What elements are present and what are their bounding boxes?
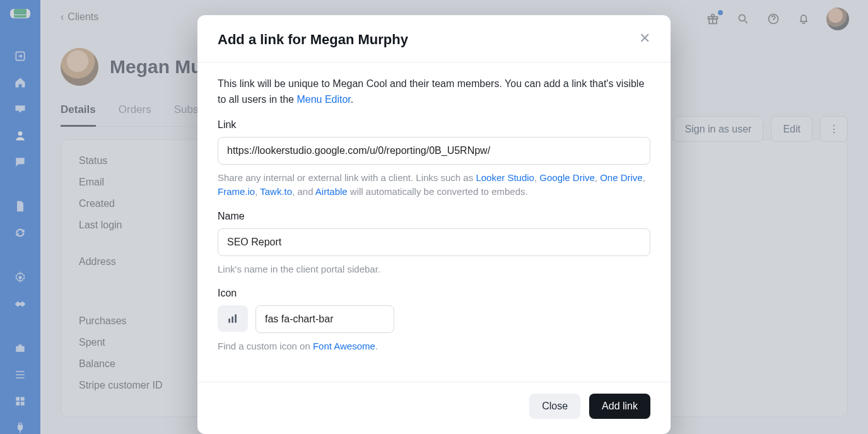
airtable-link[interactable]: Airtable xyxy=(315,186,348,197)
link-hint: Share any internal or external link with… xyxy=(218,171,650,199)
google-drive-link[interactable]: Google Drive xyxy=(539,172,595,183)
svg-rect-13 xyxy=(235,314,237,322)
svg-rect-12 xyxy=(232,317,233,323)
tawk-to-link[interactable]: Tawk.to xyxy=(260,186,292,197)
add-link-button[interactable]: Add link xyxy=(589,394,650,419)
name-hint: Link's name in the client portal sidebar… xyxy=(218,262,650,277)
name-input[interactable] xyxy=(218,228,650,256)
link-input[interactable] xyxy=(218,137,650,165)
looker-studio-link[interactable]: Looker Studio xyxy=(476,172,534,183)
font-awesome-link[interactable]: Font Awesome xyxy=(313,341,375,351)
chart-bar-icon xyxy=(226,312,239,325)
svg-rect-11 xyxy=(228,319,230,323)
modal-overlay[interactable]: Add a link for Megan Murphy ✕ This link … xyxy=(0,0,868,434)
menu-editor-link[interactable]: Menu Editor xyxy=(296,94,350,105)
frame-io-link[interactable]: Frame.io xyxy=(218,186,255,197)
add-link-modal: Add a link for Megan Murphy ✕ This link … xyxy=(197,15,671,434)
icon-label: Icon xyxy=(218,288,650,299)
close-button[interactable]: Close xyxy=(529,394,580,419)
name-label: Name xyxy=(218,211,650,222)
icon-hint: Find a custom icon on Font Awesome. xyxy=(218,339,650,354)
modal-title: Add a link for Megan Murphy xyxy=(218,32,408,48)
icon-preview xyxy=(218,305,248,332)
link-label: Link xyxy=(218,119,650,131)
modal-description: This link will be unique to Megan Cool a… xyxy=(218,76,650,108)
icon-input[interactable] xyxy=(255,305,394,333)
close-icon[interactable]: ✕ xyxy=(639,32,650,45)
one-drive-link[interactable]: One Drive xyxy=(600,172,643,183)
